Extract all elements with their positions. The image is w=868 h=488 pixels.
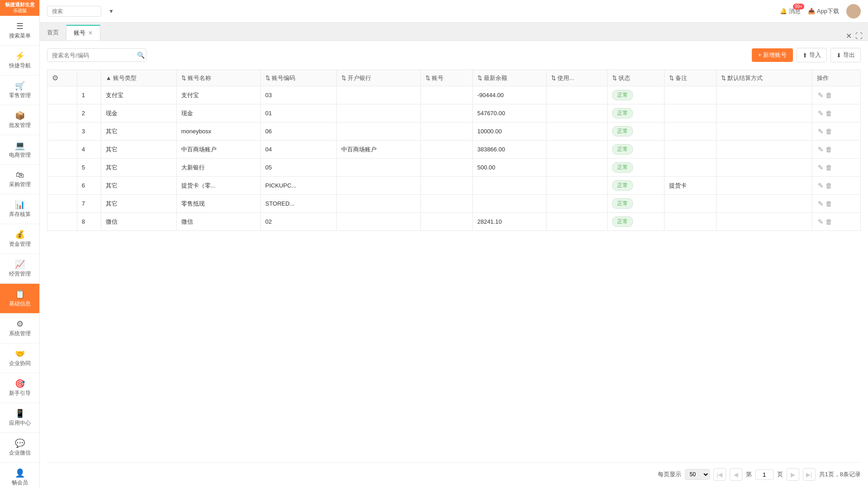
sidebar-item-new-guide[interactable]: 🎯新手引导	[0, 373, 39, 403]
col-header-code[interactable]: ⇅账号编码	[260, 70, 336, 86]
col-header-default_settle[interactable]: ⇅默认结算方式	[716, 70, 812, 86]
delete-button[interactable]: 🗑	[826, 200, 832, 207]
sidebar-item-basic-info[interactable]: 📋基础信息	[0, 284, 39, 314]
cell-name: 提货卡（零...	[176, 177, 260, 195]
edit-button[interactable]: ✎	[818, 127, 824, 136]
accounts-table: ⚙▲账号类型⇅账号名称⇅账号编码⇅开户银行⇅账号⇅最新余额⇅使用...⇅状态⇅备…	[47, 70, 861, 231]
cell-default_settle	[716, 86, 812, 104]
settings-icon[interactable]: ⚙	[52, 74, 58, 82]
cell-account	[421, 195, 473, 213]
cell-num: 1	[77, 86, 101, 104]
sidebar-item-inventory[interactable]: 📊库存核算	[0, 194, 39, 224]
sidebar-item-retail-mgmt[interactable]: 🛒零售管理	[0, 75, 39, 105]
col-header-bank[interactable]: ⇅开户银行	[337, 70, 421, 86]
edit-button[interactable]: ✎	[818, 200, 824, 208]
delete-button[interactable]: 🗑	[826, 145, 832, 153]
cell-actions: ✎🗑	[812, 177, 860, 195]
tab-accounts[interactable]: 账号✕	[66, 25, 100, 40]
cell-actions: ✎🗑	[812, 159, 860, 177]
message-button[interactable]: 🔔 消息 99+	[780, 7, 801, 15]
delete-button[interactable]: 🗑	[826, 127, 832, 135]
close-tab-button[interactable]: ✕	[846, 32, 852, 40]
col-label-use: 使用...	[557, 74, 574, 82]
col-header-balance[interactable]: ⇅最新余额	[472, 70, 546, 86]
sidebar-item-fund-mgmt[interactable]: 💰资金管理	[0, 224, 39, 254]
sidebar-item-wholesale-mgmt[interactable]: 📦批发管理	[0, 105, 39, 135]
basic-info-icon: 📋	[15, 289, 25, 299]
cell-code: 05	[260, 159, 336, 177]
sidebar-item-system-mgmt[interactable]: ⚙系统管理	[0, 314, 39, 343]
tab-actions: ✕ ⛶	[846, 32, 868, 40]
next-page-button[interactable]: ▶	[787, 468, 799, 481]
sidebar-item-operation-mgmt[interactable]: 📈经营管理	[0, 254, 39, 284]
enterprise-wechat-icon: 💬	[15, 438, 25, 448]
tab-home[interactable]: 首页	[40, 25, 66, 40]
edit-button[interactable]: ✎	[818, 91, 824, 99]
chevron-down-icon: ▼	[108, 8, 114, 14]
col-header-status[interactable]: ⇅状态	[608, 70, 665, 86]
cell-status: 正常	[608, 159, 665, 177]
edit-button[interactable]: ✎	[818, 182, 824, 190]
search-input[interactable]	[47, 49, 132, 61]
sidebar-item-search-menu[interactable]: ☰搜索菜单	[0, 16, 39, 46]
col-header-actions: 操作	[812, 70, 860, 86]
app-download-button[interactable]: 📥 App下载	[808, 7, 839, 15]
page-size-select[interactable]: 50 20 100	[685, 469, 710, 480]
page-input[interactable]	[755, 469, 774, 480]
cell-use	[547, 213, 608, 231]
cell-account	[421, 177, 473, 195]
last-page-button[interactable]: ▶|	[803, 468, 816, 481]
delete-button[interactable]: 🗑	[826, 218, 832, 225]
cell-bank	[337, 86, 421, 104]
delete-button[interactable]: 🗑	[826, 109, 832, 117]
edit-button[interactable]: ✎	[818, 109, 824, 117]
export-button[interactable]: ⬇ 导出	[830, 48, 861, 62]
cell-use	[547, 177, 608, 195]
edit-button[interactable]: ✎	[818, 218, 824, 226]
delete-button[interactable]: 🗑	[826, 91, 832, 99]
delete-button[interactable]: 🗑	[826, 164, 832, 171]
sidebar-item-enterprise-wechat[interactable]: 💬企业微信	[0, 433, 39, 463]
first-page-button[interactable]: |◀	[713, 468, 726, 481]
import-button[interactable]: ⬆ 导入	[797, 48, 827, 62]
col-header-account[interactable]: ⇅账号	[421, 70, 473, 86]
cell-num: 2	[77, 104, 101, 122]
col-header-remark[interactable]: ⇅备注	[664, 70, 716, 86]
sidebar-item-member[interactable]: 👤畅会员	[0, 463, 39, 488]
col-header-name[interactable]: ⇅账号名称	[176, 70, 260, 86]
system-mgmt-icon: ⚙	[16, 319, 24, 329]
sidebar-item-label: 采购管理	[9, 181, 31, 188]
expand-tab-button[interactable]: ⛶	[855, 32, 863, 40]
sidebar-item-ecommerce-mgmt[interactable]: 💻电商管理	[0, 135, 39, 165]
col-header-type[interactable]: ▲账号类型	[101, 70, 176, 86]
sidebar-item-app-center[interactable]: 📱应用中心	[0, 403, 39, 433]
delete-button[interactable]: 🗑	[826, 182, 832, 189]
add-account-button[interactable]: + 新增账号	[752, 48, 793, 62]
edit-button[interactable]: ✎	[818, 145, 824, 154]
cell-settings	[47, 159, 77, 177]
sidebar-item-quick-nav[interactable]: ⚡快捷导航	[0, 46, 39, 75]
export-icon: ⬇	[836, 52, 841, 59]
sidebar-item-enterprise-protocol[interactable]: 🤝企业协同	[0, 343, 39, 373]
col-label-default_settle: 默认结算方式	[727, 74, 763, 82]
tab-close-accounts[interactable]: ✕	[88, 30, 93, 36]
cell-default_settle	[716, 177, 812, 195]
cell-bank	[337, 159, 421, 177]
cell-account	[421, 86, 473, 104]
cell-default_settle	[716, 141, 812, 159]
cell-status: 正常	[608, 177, 665, 195]
status-badge: 正常	[612, 144, 633, 155]
cell-remark: 提货卡	[664, 177, 716, 195]
user-avatar[interactable]	[846, 4, 861, 19]
sidebar-item-purchase-mgmt[interactable]: 🛍采购管理	[0, 165, 39, 194]
table-row: 5其它大新银行05500.00正常✎🗑	[47, 159, 861, 177]
edit-button[interactable]: ✎	[818, 164, 824, 172]
prev-page-button[interactable]: ◀	[730, 468, 742, 481]
col-header-num	[77, 70, 101, 86]
cell-bank: 中百商场账户	[337, 141, 421, 159]
search-button[interactable]: 🔍	[132, 49, 146, 61]
dropdown-menu-btn[interactable]: ▼	[108, 8, 114, 14]
sidebar-item-label: 批发管理	[9, 122, 31, 129]
col-header-use[interactable]: ⇅使用...	[547, 70, 608, 86]
top-search-input[interactable]	[47, 6, 101, 17]
